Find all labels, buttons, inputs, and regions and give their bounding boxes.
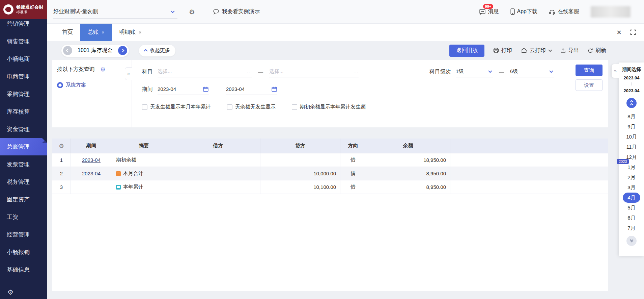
cell-balance: 8,950.00 [366, 167, 450, 180]
checkbox-box[interactable] [227, 104, 232, 110]
header-debit: 借方 [176, 139, 260, 153]
sidebar-item-8[interactable]: 发票管理 [0, 155, 47, 173]
sidebar-item-7[interactable]: 总账管理 [0, 138, 47, 155]
demo-link[interactable]: 我要看实例演示 [213, 8, 260, 15]
ledger-table: ⚙ 期间 摘要 借方 贷方 方向 余额 1 2023-04 期初余额 借 18,… [52, 139, 608, 291]
table-gear-icon[interactable]: ⚙ [59, 143, 64, 149]
month-item-7[interactable]: 3月 [621, 182, 642, 193]
month-item-8[interactable]: 4月 [623, 193, 640, 203]
back-old-version-button[interactable]: 退回旧版 [449, 45, 484, 57]
settings-gear-icon[interactable]: ⚙ [189, 8, 195, 16]
sidebar-item-13[interactable]: 小畅报销 [0, 243, 47, 261]
subject-select-from[interactable]: 选择... ... [158, 66, 252, 77]
sidebar-item-3[interactable]: 电商管理 [0, 68, 47, 85]
tab-1[interactable]: 总账× [80, 24, 112, 41]
period-to[interactable]: 2023.04 [624, 88, 640, 93]
more-options-button[interactable]: ... [244, 69, 252, 74]
table-row[interactable]: 1 2023-04 期初余额 借 18,950.00 [52, 153, 608, 167]
filter-checkbox[interactable]: 无余额无发生显示 [227, 104, 276, 110]
checkbox-box[interactable] [292, 104, 297, 110]
period-from-input[interactable]: 2023-04 [158, 83, 209, 95]
tab-close-icon[interactable]: × [102, 29, 105, 35]
tab-2[interactable]: 明细账× [112, 24, 149, 41]
scroll-down-button[interactable] [626, 236, 637, 246]
table-row[interactable]: 3 本年累计 10,100.00 借 8,950.00 [52, 180, 608, 194]
tab-close-icon[interactable]: × [139, 29, 142, 35]
cell-credit: 10,000.00 [260, 167, 340, 180]
sidebar-item-9[interactable]: 税务管理 [0, 173, 47, 191]
more-options-button[interactable]: ... [351, 69, 359, 74]
sidebar-item-5[interactable]: 库存核算 [0, 103, 47, 120]
checkbox-box[interactable] [142, 104, 147, 110]
tabbar: 首页总账×明细账× × [47, 24, 644, 41]
app-download-button[interactable]: App下载 [510, 8, 537, 15]
sidebar-item-14[interactable]: 基础信息 [0, 261, 47, 278]
month-item-10[interactable]: 6月 [621, 213, 642, 223]
logo-title: 畅捷通好会财 [16, 5, 44, 10]
filter-checkbox[interactable]: 无发生额显示本月本年累计 [142, 104, 211, 110]
sidebar-item-10[interactable]: 固定资产 [0, 191, 47, 208]
calendar-icon[interactable] [203, 86, 209, 92]
cell-summary: 本年累计 [112, 180, 176, 194]
next-account-button[interactable] [118, 46, 127, 55]
sidebar-item-2[interactable]: 小畅电商 [0, 50, 47, 68]
calendar-icon[interactable] [271, 86, 277, 92]
collapse-query-panel-button[interactable]: « [125, 67, 132, 80]
cell-debit [176, 153, 260, 167]
online-service-button[interactable]: 在线客服 [549, 8, 579, 15]
period-link[interactable]: 2023-04 [82, 157, 101, 163]
month-item-3[interactable]: 11月 [621, 142, 642, 152]
cell-empty [450, 167, 608, 180]
scroll-up-button[interactable] [626, 98, 637, 108]
subject-level-label: 科目级次 [429, 68, 451, 75]
search-button[interactable]: 查询 [576, 65, 603, 76]
level-from-select[interactable]: 1级 [456, 66, 493, 77]
sidebar-item-4[interactable]: 采购管理 [0, 85, 47, 103]
month-item-2[interactable]: 10月 [621, 132, 642, 142]
sidebar-item-1[interactable]: 销售管理 [0, 32, 47, 50]
filter-checkbox[interactable]: 期初余额显示本年累计发生额 [292, 104, 366, 110]
expand-panel-button[interactable]: » [612, 64, 619, 78]
cell-direction: 借 [340, 180, 366, 194]
settings-button[interactable]: 设置 [576, 79, 603, 91]
fullscreen-icon[interactable] [630, 29, 636, 35]
collapse-more-button[interactable]: 收起更多 [139, 45, 175, 56]
cell-direction: 借 [340, 153, 366, 167]
print-button[interactable]: 打印 [493, 47, 512, 54]
company-selector[interactable]: 好业财测试-量勿删 [53, 5, 177, 19]
year-badge: 2023 [617, 159, 629, 164]
sidebar-item-12[interactable]: 经营管理 [0, 226, 47, 243]
export-button[interactable]: 导出 [560, 47, 579, 54]
month-item-1[interactable]: 9月 [621, 122, 642, 132]
export-icon [560, 48, 566, 53]
subject-select-to[interactable]: 选择... ... [269, 66, 359, 77]
table-row[interactable]: 2 2023-04 本月合计 10,000.00 借 8,950.00 [52, 167, 608, 180]
refresh-button[interactable]: 刷新 [588, 47, 606, 54]
account-name[interactable]: 1001 库存现金 [76, 47, 114, 54]
prev-account-button[interactable] [63, 46, 72, 55]
sidebar-item-6[interactable]: 资金管理 [0, 120, 47, 138]
period-to-input[interactable]: 2023-04 [226, 83, 277, 95]
user-name-redacted[interactable] [591, 6, 631, 18]
month-item-0[interactable]: 8月 [621, 111, 642, 122]
system-scheme-item[interactable]: 系统方案 [57, 82, 127, 88]
messages-button[interactable]: 99+ 消息 [479, 8, 499, 15]
cloud-print-button[interactable]: 云打印 [521, 47, 552, 54]
close-icon[interactable]: × [617, 28, 621, 36]
filter-checkbox-row: 无发生额显示本月本年累计无余额无发生显示期初余额显示本年累计发生额 [142, 104, 600, 110]
month-item-6[interactable]: 2月 [621, 172, 642, 182]
cell-empty [450, 180, 608, 194]
level-to-select[interactable]: 6级 [510, 66, 554, 77]
sidebar-gear-icon[interactable]: ⚙ [7, 288, 13, 296]
summary-icon [116, 171, 121, 176]
month-item-11[interactable]: 7月 [621, 223, 642, 233]
month-item-9[interactable]: 5月 [621, 203, 642, 213]
divider [632, 82, 632, 85]
period-from[interactable]: 2023.04 [624, 75, 640, 80]
header-credit: 贷方 [260, 139, 340, 153]
tab-0[interactable]: 首页 [55, 24, 80, 41]
scheme-gear-icon[interactable]: ⚙ [100, 66, 106, 73]
period-link[interactable]: 2023-04 [82, 171, 101, 176]
table-header-row: ⚙ 期间 摘要 借方 贷方 方向 余额 [52, 139, 608, 153]
sidebar-item-11[interactable]: 工资 [0, 208, 47, 226]
